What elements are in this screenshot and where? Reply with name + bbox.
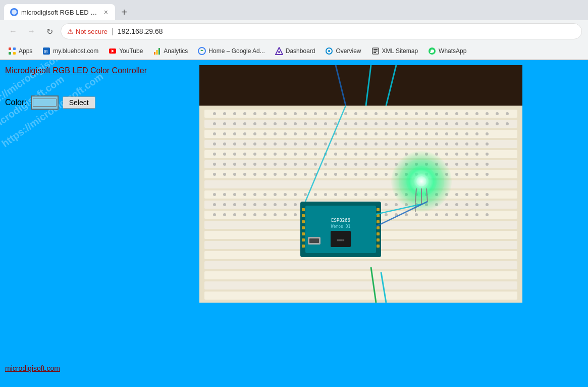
- bookmark-apps[interactable]: Apps: [4, 45, 36, 57]
- svg-point-55: [324, 112, 327, 115]
- svg-point-244: [213, 193, 216, 196]
- color-picker-input[interactable]: [31, 95, 59, 110]
- svg-point-76: [233, 122, 236, 125]
- svg-point-140: [294, 142, 297, 146]
- forward-button[interactable]: →: [24, 24, 38, 38]
- svg-point-70: [475, 112, 478, 115]
- svg-point-131: [486, 132, 489, 135]
- bookmark-homeads-label: Home – Google Ad...: [208, 47, 264, 55]
- svg-point-59: [364, 112, 367, 115]
- svg-point-134: [233, 142, 236, 146]
- svg-rect-336: [309, 238, 319, 243]
- svg-point-155: [445, 142, 448, 146]
- svg-point-233: [385, 173, 388, 176]
- svg-rect-11: [158, 48, 160, 55]
- apps-icon: [8, 47, 16, 55]
- bookmark-overview[interactable]: Overview: [321, 45, 365, 57]
- svg-rect-340: [302, 226, 305, 229]
- svg-point-259: [364, 193, 367, 196]
- svg-rect-341: [302, 232, 305, 235]
- bookmark-homeads[interactable]: Home – Google Ad...: [194, 45, 269, 57]
- svg-point-307: [284, 213, 287, 216]
- svg-point-144: [334, 142, 337, 146]
- svg-point-225: [304, 173, 307, 176]
- svg-point-63: [405, 112, 408, 115]
- svg-point-276: [253, 203, 256, 206]
- svg-point-170: [314, 153, 317, 156]
- svg-rect-4: [13, 52, 16, 55]
- svg-point-301: [223, 213, 226, 216]
- select-button[interactable]: Select: [63, 96, 95, 109]
- address-input[interactable]: ⚠ Not secure | 192.168.29.68: [61, 23, 582, 39]
- bookmark-youtube[interactable]: YouTube: [104, 45, 147, 57]
- bookmark-apps-label: Apps: [19, 47, 32, 55]
- led-image-container: ESP8266 Wemos D1: [199, 65, 522, 303]
- svg-rect-1: [9, 47, 11, 50]
- active-tab[interactable]: microdigisoft RGB LED Color Con... ×: [4, 4, 115, 20]
- bookmark-dashboard[interactable]: Dashboard: [271, 45, 319, 57]
- svg-point-303: [243, 213, 246, 216]
- bookmark-analytics-label: Analytics: [164, 47, 188, 55]
- svg-point-52: [294, 112, 297, 115]
- svg-point-308: [294, 213, 297, 216]
- svg-point-197: [304, 163, 307, 166]
- svg-text:■■■■: ■■■■: [337, 238, 345, 241]
- svg-point-120: [375, 132, 378, 135]
- svg-point-92: [395, 122, 398, 125]
- svg-point-83: [304, 122, 307, 125]
- svg-point-137: [263, 142, 266, 146]
- bookmark-xmlsitemap[interactable]: XML Sitemap: [367, 45, 422, 57]
- svg-point-100: [475, 122, 478, 125]
- svg-point-0: [12, 10, 17, 15]
- svg-point-271: [486, 193, 489, 196]
- tab-close-button[interactable]: ×: [103, 7, 109, 17]
- svg-point-62: [395, 112, 398, 115]
- refresh-button[interactable]: ↻: [42, 24, 57, 38]
- svg-rect-31: [204, 170, 517, 178]
- new-tab-button[interactable]: +: [117, 5, 131, 19]
- security-warning: ⚠ Not secure: [67, 27, 108, 35]
- address-url: 192.168.29.68: [118, 27, 575, 35]
- svg-point-47: [243, 112, 246, 115]
- svg-point-268: [455, 193, 458, 196]
- svg-point-112: [294, 132, 297, 135]
- svg-point-88: [354, 122, 357, 125]
- svg-point-110: [274, 132, 277, 135]
- svg-point-164: [253, 153, 256, 156]
- svg-point-133: [223, 142, 226, 146]
- svg-point-143: [324, 142, 327, 146]
- svg-point-113: [304, 132, 307, 135]
- svg-point-152: [415, 142, 418, 146]
- svg-point-56: [334, 112, 337, 115]
- svg-point-166: [274, 153, 277, 156]
- svg-point-251: [284, 193, 287, 196]
- svg-rect-20: [373, 52, 376, 53]
- svg-point-95: [425, 122, 428, 125]
- svg-point-188: [213, 163, 216, 166]
- page-title-link[interactable]: Microdigisoft RGB LED Color Controller: [5, 66, 147, 75]
- svg-point-290: [395, 203, 398, 206]
- svg-point-213: [465, 163, 468, 166]
- svg-point-245: [223, 193, 226, 196]
- svg-rect-27: [204, 130, 517, 138]
- bookmark-bluehost[interactable]: ⊞ my.bluehost.com: [38, 45, 102, 57]
- svg-point-58: [354, 112, 357, 115]
- svg-point-51: [284, 112, 287, 115]
- svg-point-196: [294, 163, 297, 166]
- svg-point-104: [213, 132, 216, 135]
- svg-point-103: [506, 122, 509, 125]
- svg-rect-26: [204, 120, 517, 128]
- bookmark-whatsapp[interactable]: WhatsApp: [424, 45, 470, 57]
- svg-rect-342: [302, 238, 305, 241]
- svg-point-146: [354, 142, 357, 146]
- svg-point-65: [425, 112, 428, 115]
- svg-point-174: [354, 153, 357, 156]
- svg-point-253: [304, 193, 307, 196]
- back-button[interactable]: ←: [6, 24, 20, 38]
- svg-point-254: [314, 193, 317, 196]
- svg-point-64: [415, 112, 418, 115]
- bookmark-analytics[interactable]: Analytics: [149, 45, 192, 57]
- footer-link[interactable]: microdigisoft.com: [5, 364, 60, 372]
- svg-point-48: [253, 112, 256, 115]
- svg-point-141: [304, 142, 307, 146]
